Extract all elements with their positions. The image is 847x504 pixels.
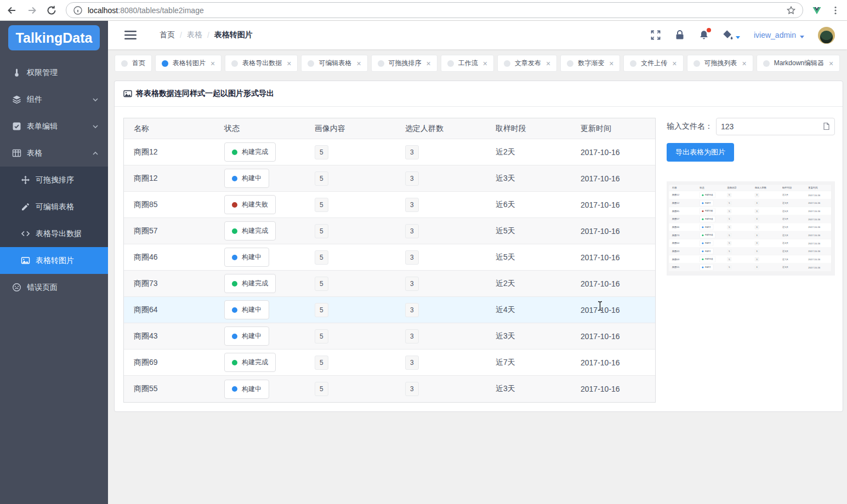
table-row[interactable]: 商圈69构建完成53近7天2017-10-16 [124,350,655,376]
browser-forward-icon[interactable] [26,5,37,16]
content-card: 将表格数据连同样式一起以图片形式导出 名称状态画像内容选定人群数取样时段更新时间… [114,81,843,412]
cell-period: 近3天 [486,331,571,341]
filename-input[interactable] [716,118,835,135]
column-header: 状态 [214,124,305,134]
table-row[interactable]: 商圈85构建失败53近6天2017-10-16 [124,192,655,218]
table-row[interactable]: 商圈43构建中53近3天2017-10-16 [124,323,655,350]
sidebar-item-permission[interactable]: 权限管理 [0,59,108,86]
breadcrumb-separator: / [207,31,209,39]
sidebar-item-table2image[interactable]: 表格转图片 [0,247,108,274]
browser-reload-icon[interactable] [46,5,57,16]
tab-close-icon[interactable]: × [427,60,431,67]
theme-switcher[interactable] [723,30,741,41]
sidebar-item-drag-sort[interactable]: 可拖拽排序 [0,167,108,193]
tab-表格转图片[interactable]: 表格转图片× [155,55,221,72]
breadcrumb-item[interactable]: 首页 [160,30,175,40]
tab-close-icon[interactable]: × [287,60,291,67]
tab-close-icon[interactable]: × [742,60,747,67]
tab-可拖拽列表[interactable]: 可拖拽列表× [687,55,753,72]
cell-portrait-count: 5 [305,277,395,291]
tab-数字渐变[interactable]: 数字渐变× [560,55,620,72]
table-row[interactable]: 商圈12构建完成53近2天2017-10-16 [124,139,655,165]
sidebar-item-tables[interactable]: 表格 [0,140,108,167]
tab-close-icon[interactable]: × [546,60,550,67]
tab-文件上传[interactable]: 文件上传× [623,55,683,72]
table-row[interactable]: 商圈12构建中53近3天2017-10-16 [124,165,655,192]
table-row[interactable]: 商圈57构建完成53近5天2017-10-16 [669,215,831,224]
cell-updated: 2017-10-16 [571,201,656,209]
table-row[interactable]: 商圈55构建中53近3天2017-10-16 [669,264,831,272]
tab-可拖拽排序[interactable]: 可拖拽排序× [371,55,437,72]
cell-group-count: 3 [395,198,486,212]
tab-close-icon[interactable]: × [829,60,833,67]
tab-close-icon[interactable]: × [483,60,487,67]
lock-icon[interactable] [674,30,685,41]
tab-工作流[interactable]: 工作流× [441,55,494,72]
status-badge: 构建完成 [700,216,715,222]
tab-表格导出数据[interactable]: 表格导出数据× [225,55,298,72]
user-dropdown[interactable]: iview_admin [754,31,805,39]
table-row[interactable]: 商圈85构建失败53近6天2017-10-16 [669,207,831,215]
cell-period: 近2天 [486,279,571,289]
group-count-tag: 3 [405,198,419,212]
bookmark-star-icon[interactable] [786,5,796,15]
page-info-icon[interactable] [73,5,83,15]
tab-文章发布[interactable]: 文章发布× [497,55,557,72]
portrait-count-tag: 5 [727,209,731,213]
app-logo: TalkingData [8,25,100,50]
sidebar-item-form-edit[interactable]: 表单编辑 [0,113,108,140]
pencil-icon [21,202,30,211]
sidebar-item-error-page[interactable]: 错误页面 [0,274,108,301]
status-badge: 构建中 [700,240,713,247]
sidebar-item-table-export[interactable]: 表格导出数据 [0,220,108,247]
table-row[interactable]: 商圈43构建中53近3天2017-10-16 [669,247,831,255]
cell-period: 近5天 [486,226,571,236]
table-row[interactable]: 商圈12构建完成53近2天2017-10-16 [669,191,831,199]
table-row[interactable]: 商圈64构建中53近4天2017-10-16 [124,297,655,323]
portrait-count-tag: 5 [315,356,328,370]
submenu-tables: 可拖拽排序可编辑表格表格导出数据表格转图片 [0,167,108,274]
sidebar-item-label: 表格转图片 [36,256,74,266]
tab-close-icon[interactable]: × [609,60,613,67]
table-row[interactable]: 商圈64构建中53近4天2017-10-16 [669,239,831,248]
cell-updated: 2017-10-16 [571,253,656,262]
group-count-tag: 3 [755,225,759,230]
table-row[interactable]: 商圈46构建中53近5天2017-10-16 [669,223,831,231]
fullscreen-icon[interactable] [650,30,661,41]
tab-可编辑表格[interactable]: 可编辑表格× [301,55,367,72]
caret-down-icon [735,32,741,38]
cell-group-count: 3 [752,249,779,254]
breadcrumb-item[interactable]: 表格 [187,30,202,40]
tab-close-icon[interactable]: × [356,60,361,67]
portrait-count-tag: 5 [727,233,731,237]
menu-toggle-icon[interactable] [124,30,137,40]
tab-首页[interactable]: 首页 [115,55,152,72]
notification-bell-icon[interactable] [698,30,709,41]
tab-close-icon[interactable]: × [211,60,215,67]
browser-back-icon[interactable] [7,5,18,16]
cell-name: 商圈12 [124,147,214,157]
vue-devtools-icon[interactable] [812,5,822,15]
tab-label: 可拖拽排序 [389,59,422,68]
address-bar[interactable]: localhost:8080/tables/table2image [66,2,803,18]
table-row[interactable]: 商圈69构建完成53近7天2017-10-16 [669,255,831,264]
table-row[interactable]: 商圈55构建中53近3天2017-10-16 [124,376,655,402]
avatar[interactable] [818,27,835,44]
export-table-button[interactable]: 导出表格为图片 [667,143,734,162]
browser-menu-icon[interactable] [831,5,840,15]
table-row[interactable]: 商圈73构建完成53近2天2017-10-16 [669,231,831,239]
sidebar-item-editable-table[interactable]: 可编辑表格 [0,193,108,220]
table-row[interactable]: 商圈57构建完成53近5天2017-10-16 [124,218,655,244]
tab-Markdown编辑器[interactable]: Markdown编辑器× [757,55,840,72]
table-row[interactable]: 商圈73构建完成53近2天2017-10-16 [124,271,655,297]
table-row[interactable]: 商圈12构建中53近3天2017-10-16 [669,199,831,208]
tab-close-icon[interactable]: × [672,60,677,67]
sidebar-item-components[interactable]: 组件 [0,86,108,113]
cell-name: 商圈57 [124,226,214,236]
status-dot [702,218,703,220]
group-count-tag: 3 [755,217,759,221]
cell-status: 构建中 [214,248,305,267]
table-row[interactable]: 商圈46构建中53近5天2017-10-16 [124,244,655,271]
group-count-tag: 3 [755,241,759,245]
cell-portrait-count: 5 [305,356,395,370]
